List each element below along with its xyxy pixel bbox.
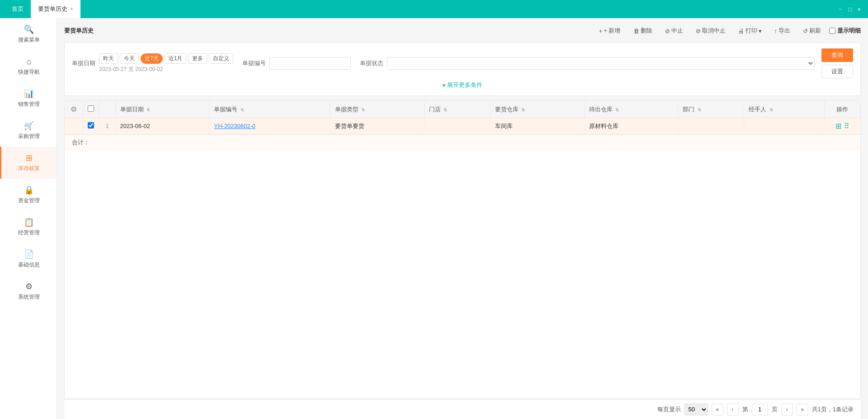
sort-order-no-icon[interactable]: ⇅	[241, 107, 244, 112]
th-index	[99, 101, 115, 118]
sidebar-item-system-mgmt[interactable]: ⚙ 系统管理	[0, 275, 57, 307]
table-summary: 合计：	[65, 134, 860, 150]
page-number-input[interactable]	[752, 404, 768, 415]
status-select[interactable]	[387, 57, 815, 70]
order-no-label: 单据编号	[242, 59, 266, 67]
sort-department-icon[interactable]: ⇅	[698, 107, 701, 112]
th-settings[interactable]: ⚙	[65, 101, 83, 118]
stop-button[interactable]: ⊘ 中止	[660, 24, 688, 37]
sidebar-item-operations-mgmt[interactable]: 📋 经营管理	[0, 211, 57, 243]
status-label: 单据状态	[360, 59, 383, 67]
sort-req-warehouse-icon[interactable]: ⇅	[521, 107, 525, 112]
th-order-no: 单据编号 ⇅	[209, 101, 330, 118]
page-size-select[interactable]: 50 100 200	[684, 404, 708, 415]
row-more-icon[interactable]: ⠿	[844, 122, 849, 130]
th-department: 部门 ⇅	[678, 101, 744, 118]
print-button[interactable]: 🖨 打印 ▾	[734, 24, 766, 37]
tab-requisition-history[interactable]: 要货单历史 ×	[31, 0, 80, 18]
date-filter-label: 单据日期	[72, 59, 95, 67]
main-layout: 🔍 搜索菜单 ⌂ 快捷导航 📊 销售管理 🛒 采购管理 ⊞ 库存核算 🔒 资金管…	[0, 18, 868, 419]
sidebar-item-inventory[interactable]: ⊞ 库存核算	[0, 147, 57, 179]
expand-more-icon: ▾	[443, 82, 446, 89]
next-page-btn[interactable]: ›	[781, 404, 793, 415]
date-more-btn[interactable]: 更多	[188, 53, 207, 64]
print-dropdown-icon: ▾	[759, 28, 762, 34]
row-date-cell: 2023-06-02	[115, 118, 209, 134]
filter-row-main: 单据日期 昨天 今天 近7天 近1月 更多 自定义 2023-05-27 至 2…	[72, 48, 853, 78]
pagination-bar: 每页显示 50 100 200 « ‹ 第 页 › » 共1页，1条记录	[64, 399, 861, 419]
date-yesterday-btn[interactable]: 昨天	[99, 53, 118, 64]
sidebar-item-quick-nav[interactable]: ⌂ 快捷导航	[0, 50, 57, 82]
cancel-stop-button[interactable]: ⊘ 取消中止	[691, 24, 730, 37]
add-icon: +	[599, 28, 603, 34]
prev-page-btn[interactable]: ‹	[727, 404, 739, 415]
show-detail-checkbox[interactable]	[829, 28, 835, 34]
show-detail-checkbox-wrap[interactable]: 显示明细	[829, 27, 861, 35]
date-quick-buttons: 昨天 今天 近7天 近1月 更多 自定义	[99, 53, 233, 64]
sort-handler-icon[interactable]: ⇅	[769, 107, 773, 112]
content-area: 要货单历史 + + 新增 🗑 删除 ⊘ 中止 ⊘ 取消中止	[57, 18, 868, 419]
row-order-no-link[interactable]: YH-20230602-0	[214, 123, 255, 129]
date-range-text: 2023-05-27 至 2023-06-02	[99, 66, 233, 73]
select-all-checkbox[interactable]	[88, 105, 94, 112]
export-icon: ↑	[774, 28, 778, 34]
row-checkbox[interactable]	[88, 122, 94, 129]
date-custom-btn[interactable]: 自定义	[209, 53, 233, 64]
top-bar: 首页 要货单历史 × － □ ×	[0, 0, 868, 18]
th-operation: 操作	[824, 101, 860, 118]
basic-info-icon: 📄	[24, 249, 34, 259]
sort-date-icon[interactable]: ⇅	[146, 107, 150, 112]
row-index-cell: 1	[99, 118, 115, 134]
th-pending-warehouse: 待出仓库 ⇅	[584, 101, 678, 118]
purchase-mgmt-icon: 🛒	[24, 121, 34, 131]
settings-button[interactable]: 设置	[821, 65, 853, 78]
close-btn[interactable]: ×	[857, 6, 861, 13]
tab-bar: 首页 要货单历史 ×	[5, 0, 80, 18]
table-body: 1 2023-06-02 YH-20230602-0 要货单要货 车间库 原材料…	[65, 118, 860, 134]
sort-order-type-icon[interactable]: ⇅	[361, 107, 365, 112]
sidebar-item-purchase-mgmt[interactable]: 🛒 采购管理	[0, 114, 57, 147]
sort-pending-warehouse-icon[interactable]: ⇅	[615, 107, 619, 112]
query-button[interactable]: 查询	[821, 48, 853, 62]
row-edit-icon[interactable]: ⊞	[835, 122, 841, 130]
row-req-warehouse-cell: 车间库	[490, 118, 584, 134]
tab-home[interactable]: 首页	[5, 0, 31, 18]
table-settings-icon[interactable]: ⚙	[71, 105, 77, 113]
th-checkbox	[83, 101, 99, 118]
date-today-btn[interactable]: 今天	[120, 53, 139, 64]
refresh-icon: ↺	[803, 28, 808, 34]
operations-mgmt-icon: 📋	[24, 217, 34, 227]
row-check-cell	[83, 118, 99, 134]
inventory-icon: ⊞	[24, 153, 34, 163]
maximize-btn[interactable]: □	[849, 6, 852, 13]
page-header: 要货单历史 + + 新增 🗑 删除 ⊘ 中止 ⊘ 取消中止	[64, 24, 861, 37]
order-no-input[interactable]	[269, 57, 351, 70]
last-page-btn[interactable]: »	[797, 404, 808, 415]
print-icon: 🖨	[738, 28, 744, 34]
sidebar-item-sales-mgmt[interactable]: 📊 销售管理	[0, 82, 57, 114]
sidebar-item-finance-mgmt[interactable]: 🔒 资金管理	[0, 179, 57, 211]
sort-store-icon[interactable]: ⇅	[443, 107, 447, 112]
expand-more-row[interactable]: ▾ 展开更多条件	[72, 78, 853, 90]
delete-button[interactable]: 🗑 删除	[629, 24, 657, 37]
row-handler-cell	[744, 118, 824, 134]
action-buttons: 查询 设置	[821, 48, 853, 78]
data-table: ⚙ 单据日期 ⇅ 单据编号 ⇅	[65, 101, 860, 134]
toolbar: + + 新增 🗑 删除 ⊘ 中止 ⊘ 取消中止 🖨 打印	[594, 24, 861, 37]
date-7days-btn[interactable]: 近7天	[141, 53, 163, 64]
page-title: 要货单历史	[64, 27, 94, 35]
row-department-cell	[678, 118, 744, 134]
minimize-btn[interactable]: －	[837, 5, 843, 13]
tab-close-icon[interactable]: ×	[70, 6, 73, 12]
sidebar-item-basic-info[interactable]: 📄 基础信息	[0, 243, 57, 275]
export-button[interactable]: ↑ 导出	[770, 24, 795, 37]
total-info: 共1页，1条记录	[812, 405, 854, 414]
stop-icon: ⊘	[665, 28, 670, 34]
refresh-button[interactable]: ↺ 刷新	[798, 24, 826, 37]
sidebar: 🔍 搜索菜单 ⌂ 快捷导航 📊 销售管理 🛒 采购管理 ⊞ 库存核算 🔒 资金管…	[0, 18, 57, 419]
th-store: 门店 ⇅	[424, 101, 490, 118]
first-page-btn[interactable]: «	[712, 404, 723, 415]
date-1month-btn[interactable]: 近1月	[165, 53, 187, 64]
add-button[interactable]: + + 新增	[594, 24, 625, 37]
sidebar-item-search-menu[interactable]: 🔍 搜索菜单	[0, 18, 57, 50]
